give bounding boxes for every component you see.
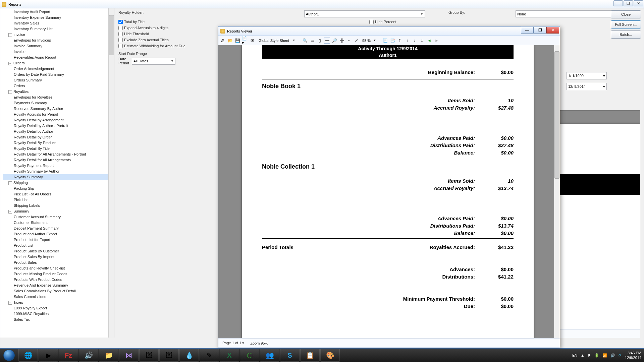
tree-item[interactable]: Envelopes for Invoices xyxy=(3,38,113,43)
page-single-icon[interactable]: 📃 xyxy=(382,38,388,44)
export-icon[interactable]: 📄▾ xyxy=(242,38,248,44)
tree-item[interactable]: Royalty Detail by Arrangement xyxy=(3,117,113,123)
viewer-scrollbar-v[interactable] xyxy=(554,45,560,338)
tree-item[interactable]: Packing Slip xyxy=(3,186,113,191)
tree-item[interactable]: Invoice Summary xyxy=(3,43,113,49)
tree-item[interactable]: Order Acknowledgement xyxy=(3,66,113,72)
tree-category[interactable]: −Invoice xyxy=(3,32,113,38)
mail-icon[interactable]: ✉ xyxy=(249,38,255,44)
tree-item[interactable]: Envelopes for Royalties xyxy=(3,95,113,100)
tree-item[interactable]: Payments Summary xyxy=(3,100,113,106)
tree-item[interactable]: 1099-MISC Royalties xyxy=(3,311,113,317)
tree-item[interactable]: Orders Summary xyxy=(3,77,113,83)
lang-indicator[interactable]: EN xyxy=(572,353,577,357)
zoom-100-icon[interactable]: 🔎 xyxy=(331,38,337,44)
tree-item[interactable]: Product Sales By Customer xyxy=(3,248,113,254)
tree-item[interactable]: Reserves Summary By Author xyxy=(3,106,113,112)
tree-toggler[interactable]: − xyxy=(8,301,12,305)
zoom-in-icon[interactable]: ➕ xyxy=(339,38,345,44)
tree-item[interactable]: Deposit Payment Summary xyxy=(3,226,113,231)
tree-category[interactable]: −Taxes xyxy=(3,300,113,305)
task-chrome[interactable]: 🌐 xyxy=(18,349,38,362)
close-button[interactable]: ✕ xyxy=(634,0,643,6)
cont-page-icon[interactable]: ▯ xyxy=(317,38,323,44)
tree-item[interactable]: Inventory Sales xyxy=(3,20,113,26)
sync-icon[interactable]: ⟳ xyxy=(619,353,622,358)
viewer-minimize-button[interactable]: — xyxy=(521,27,534,34)
tree-item[interactable]: Royalty Detail for All Arrangements - Po… xyxy=(3,152,113,157)
tree-item[interactable]: Royalty Summary xyxy=(3,174,113,180)
save-icon[interactable]: 💾 xyxy=(234,38,240,44)
tree-category[interactable]: −Royalties xyxy=(3,89,113,95)
zoom-value[interactable]: 95 % xyxy=(362,39,371,43)
viewer-toolbar[interactable]: 🖨 📂 💾 📄▾ ✉ Global Style Sheet▼ 🔍 ▭ ▯ ➖ 🔎… xyxy=(218,36,560,45)
task-media-player[interactable]: ▶ xyxy=(39,349,58,362)
tree-item[interactable]: Inventory Expense Summary xyxy=(3,15,113,20)
fullscreen-btn[interactable]: Full Screen... xyxy=(611,20,641,28)
task-app-7[interactable]: 📋 xyxy=(300,349,320,362)
tree-item[interactable]: Product Sales xyxy=(3,260,113,265)
tree-item[interactable]: Inventory Summary List xyxy=(3,26,113,32)
date-end-input[interactable]: 12/ 9/2014▾ xyxy=(567,83,607,90)
tree-item[interactable]: Inventory Audit Report xyxy=(3,9,113,15)
task-app-6[interactable]: 👥 xyxy=(260,349,279,362)
tree-item[interactable]: Royalty Detail by Order xyxy=(3,134,113,140)
fit-width-icon[interactable]: ↔ xyxy=(346,38,352,44)
task-excel[interactable]: X xyxy=(220,349,239,362)
next-page-icon[interactable]: ↓ xyxy=(412,38,418,44)
tree-item[interactable]: Customer Statement xyxy=(3,220,113,226)
fit-page-icon[interactable]: ⤢ xyxy=(354,38,360,44)
last-page-icon[interactable]: ⤓ xyxy=(419,38,425,44)
open-icon[interactable]: 📂 xyxy=(227,38,233,44)
tree-item[interactable]: Sales Commissions By Product Detail xyxy=(3,288,113,294)
viewer-maximize-button[interactable]: ❐ xyxy=(534,27,546,34)
tree-item[interactable]: Products Missing Product Codes xyxy=(3,271,113,277)
royalty-holder-dropdown[interactable]: Author1▼ xyxy=(304,10,425,17)
tree-item[interactable]: Pick List xyxy=(3,197,113,203)
task-paint[interactable]: 🎨 xyxy=(320,349,340,362)
tree-scrollbar[interactable] xyxy=(108,8,114,338)
tree-item[interactable]: Royalty Detail By Title xyxy=(3,146,113,152)
tree-toggler[interactable]: − xyxy=(8,90,12,94)
tree-toggler[interactable]: − xyxy=(8,62,12,65)
tree-category[interactable]: −Shipping xyxy=(3,180,113,186)
main-titlebar[interactable]: Reports — ❐ ✕ xyxy=(0,0,644,8)
task-app-2[interactable]: 🖼 xyxy=(159,349,179,362)
tree-item[interactable]: Product List for Export xyxy=(3,237,113,243)
tree-category[interactable]: −Orders xyxy=(3,60,113,66)
chk-hide-percent[interactable]: Hide Percent xyxy=(369,19,396,25)
tree-category[interactable]: −Summary xyxy=(3,208,113,214)
task-app-1[interactable]: 🖼 xyxy=(139,349,159,362)
batch-btn[interactable]: Batch... xyxy=(611,31,641,39)
tree-item[interactable]: Royalty Detail by Author - Portrait xyxy=(3,123,113,129)
task-skype[interactable]: S xyxy=(280,349,300,362)
tree-item[interactable]: Royalty Detail by Author xyxy=(3,129,113,134)
maximize-button[interactable]: ❐ xyxy=(624,0,633,6)
tree-toggler[interactable]: − xyxy=(8,181,12,185)
find-icon[interactable]: 🔍 xyxy=(302,38,308,44)
date-start-input[interactable]: 1/ 1/1900▾ xyxy=(567,72,607,79)
back-icon[interactable]: ◄ xyxy=(426,38,432,44)
task-app-4[interactable]: ✎ xyxy=(200,349,219,362)
print-icon[interactable]: 🖨 xyxy=(220,38,226,44)
tree-item[interactable]: Orders by Date Paid Summary xyxy=(3,72,113,77)
task-speakers[interactable]: 🔊 xyxy=(79,349,98,362)
chk-total-by-title[interactable]: Total by Title xyxy=(118,19,278,25)
tree-toggler[interactable]: − xyxy=(8,33,12,37)
tree-item[interactable]: Pick List For All Orders xyxy=(3,191,113,197)
tree-item[interactable]: Sales Tax xyxy=(3,317,113,322)
page-multi-icon[interactable]: 📑 xyxy=(389,38,395,44)
minimize-button[interactable]: — xyxy=(613,0,623,6)
tree-item[interactable]: Receivables Aging Report xyxy=(3,55,113,60)
forward-icon[interactable]: ► xyxy=(434,38,440,44)
start-button[interactable] xyxy=(0,349,18,362)
viewer-body[interactable]: Activity Through 12/9/2014 Author1 Begin… xyxy=(218,45,560,338)
tree-item[interactable]: Product List xyxy=(3,243,113,248)
tree-item[interactable]: Product Sales By Imprint xyxy=(3,254,113,260)
taskbar[interactable]: 🌐 ▶ Fz 🔊 📁 ⋈ 🖼 🖼 💧 ✎ X ⬡ 👥 S 📋 🎨 EN ▲ ⚑ … xyxy=(0,349,644,362)
tree-item[interactable]: Product and Author Export xyxy=(3,231,113,237)
viewer-titlebar[interactable]: Reports Viewer — ❐ ✕ xyxy=(218,26,560,36)
task-visual-studio[interactable]: ⋈ xyxy=(119,349,139,362)
tree-item[interactable]: Customer Account Summary xyxy=(3,214,113,220)
clock[interactable]: 3:46 PM 12/9/2014 xyxy=(625,351,641,360)
